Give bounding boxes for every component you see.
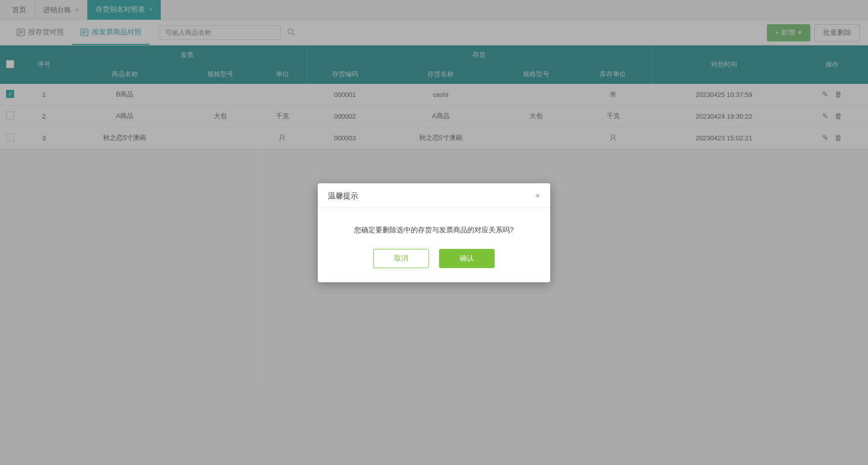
dialog-overlay: 温馨提示 × 您确定要删除选中的存货与发票商品的对应关系吗? 取消 确认: [0, 0, 868, 149]
